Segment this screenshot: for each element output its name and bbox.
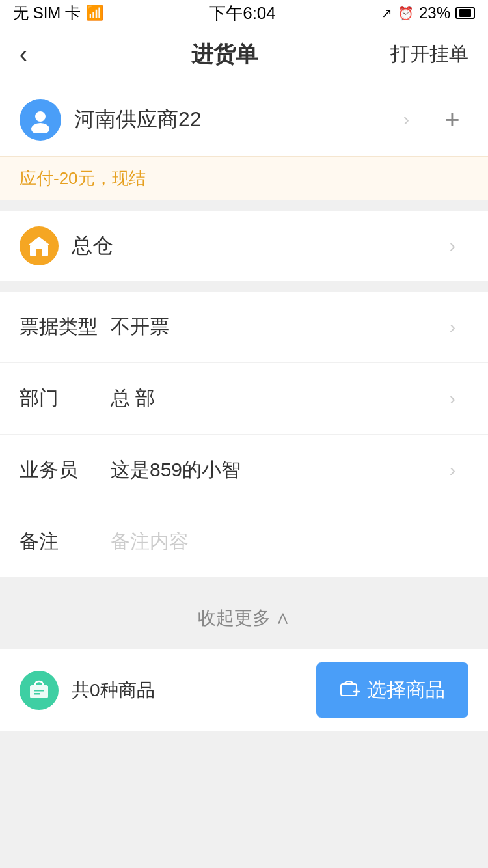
salesperson-row[interactable]: 业务员 这是859的小智 › (0, 435, 488, 506)
svg-rect-8 (341, 684, 357, 696)
form-section: 票据类型 不开票 › 部门 总 部 › 业务员 这是859的小智 › 备注 备注… (0, 292, 488, 577)
goods-count-text: 共0种商品 (72, 678, 316, 703)
content-area: 河南供应商22 › + 应付-20元，现结 总仓 › 票据类型 不开票 (0, 83, 488, 868)
page-background (0, 731, 488, 868)
warehouse-card: 总仓 › (0, 211, 488, 281)
goods-icon (20, 671, 59, 710)
nav-bar: ‹ 进货单 打开挂单 (0, 26, 488, 83)
supplier-row[interactable]: 河南供应商22 › + (0, 83, 488, 156)
supplier-card: 河南供应商22 › + 应付-20元，现结 (0, 83, 488, 200)
svg-rect-4 (36, 249, 42, 256)
status-bar: 无 SIM 卡 📶 下午6:04 ↗ ⏰ 23% (0, 0, 488, 26)
warehouse-name: 总仓 (72, 232, 450, 260)
svg-point-0 (35, 111, 46, 122)
remark-label: 备注 (20, 528, 98, 555)
status-left: 无 SIM 卡 📶 (13, 3, 103, 23)
warehouse-chevron-icon: › (450, 236, 455, 256)
department-chevron-icon: › (450, 388, 455, 409)
supplier-chevron-icon: › (403, 109, 409, 130)
bottom-bar: 共0种商品 选择商品 (0, 649, 488, 731)
salesperson-label: 业务员 (20, 457, 98, 483)
department-label: 部门 (20, 385, 98, 412)
collapse-button[interactable]: 收起更多 ∧ (0, 588, 488, 649)
svg-point-1 (31, 123, 49, 133)
svg-rect-6 (34, 690, 44, 692)
carrier-text: 无 SIM 卡 (13, 3, 81, 23)
invoice-type-row[interactable]: 票据类型 不开票 › (0, 292, 488, 363)
battery-icon (455, 7, 475, 19)
supplier-name: 河南供应商22 (74, 105, 403, 134)
wifi-icon: 📶 (86, 5, 103, 21)
back-button[interactable]: ‹ (20, 41, 59, 68)
salesperson-value: 这是859的小智 (98, 457, 450, 483)
remark-row[interactable]: 备注 备注内容 (0, 506, 488, 577)
location-icon: ↗ (381, 5, 392, 21)
svg-rect-5 (30, 685, 48, 698)
select-goods-label: 选择商品 (367, 677, 445, 703)
svg-marker-3 (29, 237, 49, 245)
warehouse-row[interactable]: 总仓 › (0, 211, 488, 281)
warehouse-icon (20, 226, 59, 265)
notice-text: 应付-20元，现结 (20, 169, 146, 188)
select-goods-button[interactable]: 选择商品 (316, 662, 468, 718)
salesperson-chevron-icon: › (450, 460, 455, 481)
remark-input[interactable]: 备注内容 (98, 528, 468, 555)
page-title: 进货单 (191, 40, 258, 70)
invoice-type-label: 票据类型 (20, 314, 98, 340)
vertical-divider (429, 107, 429, 133)
add-supplier-button[interactable]: + (436, 105, 468, 135)
svg-rect-7 (34, 693, 40, 695)
invoice-type-chevron-icon: › (450, 317, 455, 338)
open-pending-button[interactable]: 打开挂单 (390, 41, 468, 68)
supplier-avatar (20, 99, 61, 141)
department-value: 总 部 (98, 385, 450, 412)
battery-text: 23% (419, 4, 450, 22)
alarm-icon: ⏰ (398, 5, 414, 21)
status-right: ↗ ⏰ 23% (381, 4, 475, 22)
invoice-type-value: 不开票 (98, 314, 450, 340)
notice-bar: 应付-20元，现结 (0, 156, 488, 200)
time-text: 下午6:04 (209, 2, 276, 25)
department-row[interactable]: 部门 总 部 › (0, 363, 488, 435)
